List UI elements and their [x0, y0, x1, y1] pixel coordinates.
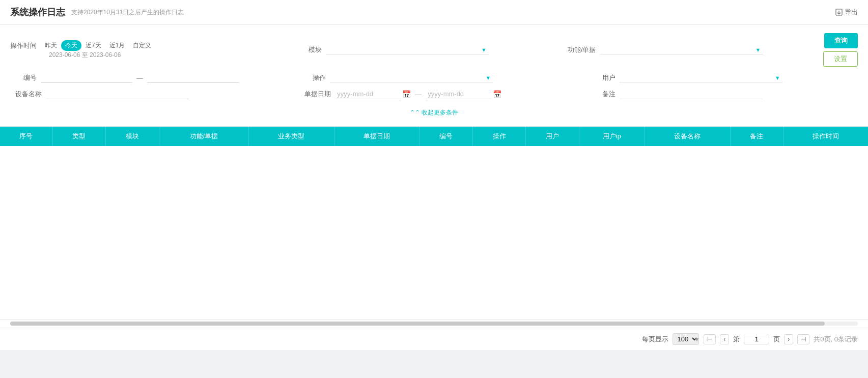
remark-label: 备注: [589, 90, 620, 99]
user-label: 用户: [589, 73, 620, 82]
col-doc-date: 单据日期: [334, 127, 419, 146]
time-filter-group: 昨天 今天 近7天 近1月 自定义: [41, 40, 155, 51]
col-index: 序号: [0, 127, 52, 146]
operation-label: 操作: [299, 73, 330, 82]
user-select[interactable]: ▼: [620, 74, 782, 82]
time-btn-today[interactable]: 今天: [61, 40, 81, 51]
operation-filter-segment: 操作 ▼: [299, 73, 568, 82]
col-func: 功能/单据: [159, 127, 248, 146]
doc-date-dash: —: [415, 91, 422, 98]
empty-area: [0, 146, 868, 319]
remark-filter-segment: 备注: [589, 89, 858, 99]
func-filter-segment: 功能/单据 ▼: [565, 45, 814, 54]
collapse-button[interactable]: ⌃⌃ 收起更多条件: [410, 108, 458, 117]
col-type: 类型: [52, 127, 105, 146]
operation-chevron-icon: ▼: [485, 75, 491, 81]
col-user: 用户: [526, 127, 579, 146]
export-label: 导出: [845, 8, 858, 17]
time-btn-7days[interactable]: 近7天: [81, 40, 105, 51]
col-module: 模块: [106, 127, 159, 146]
col-biz-type: 业务类型: [249, 127, 334, 146]
fake-scrollbar[interactable]: [10, 322, 858, 326]
code-dash: —: [136, 74, 143, 82]
user-filter-segment: 用户 ▼: [589, 73, 858, 82]
page-container: 系统操作日志 支持2020年10月31日之后产生的操作日志 导出 操作时间 昨天…: [0, 0, 868, 378]
page-subtitle: 支持2020年10月31日之后产生的操作日志: [71, 8, 184, 17]
page-input[interactable]: [744, 334, 769, 344]
device-label: 设备名称: [10, 90, 46, 99]
pagination-bar: 每页显示 100 50 200 ▼ ⊢ ‹ 第 页 › ⊣ 共0页, 0条记录: [0, 328, 868, 350]
code-label: 编号: [10, 73, 41, 82]
action-buttons: 查询 设置: [823, 33, 858, 67]
table-header-row: 序号 类型 模块 功能/单据 业务类型 单据日期 编号 操作 用户 用户ip 设…: [0, 127, 868, 146]
col-device: 设备名称: [645, 127, 730, 146]
export-icon: [835, 9, 843, 16]
last-page-button[interactable]: ⊣: [797, 334, 809, 344]
first-page-button[interactable]: ⊢: [704, 334, 716, 344]
collapse-bar: ⌃⌃ 收起更多条件: [10, 105, 858, 122]
filter-row-3: 设备名称 单据日期 📅 — 📅 备注: [10, 89, 858, 99]
page-unit: 页: [773, 335, 780, 344]
data-table: 序号 类型 模块 功能/单据 业务类型 单据日期 编号 操作 用户 用户ip 设…: [0, 127, 868, 146]
col-operation: 操作: [472, 127, 525, 146]
time-btn-yesterday[interactable]: 昨天: [41, 40, 61, 51]
col-code: 编号: [419, 127, 472, 146]
code-from-input[interactable]: [41, 73, 132, 83]
col-op-time: 操作时间: [783, 127, 868, 146]
calendar-to-icon[interactable]: 📅: [493, 90, 501, 98]
code-filter-segment: 编号 —: [10, 73, 279, 83]
func-select[interactable]: ▼: [600, 46, 763, 54]
page-size-select[interactable]: 100 50 200: [673, 333, 699, 345]
module-select[interactable]: ▼: [326, 46, 489, 54]
code-to-input[interactable]: [147, 73, 239, 83]
time-label: 操作时间: [10, 41, 41, 50]
settings-button[interactable]: 设置: [823, 51, 858, 67]
func-chevron-icon: ▼: [755, 47, 761, 53]
scroll-bar-area: [0, 319, 868, 328]
page-summary: 共0页, 0条记录: [814, 335, 858, 344]
doc-date-label: 单据日期: [299, 90, 335, 99]
header-left: 系统操作日志 支持2020年10月31日之后产生的操作日志: [10, 6, 184, 18]
page-size-label: 每页显示: [642, 335, 668, 344]
collapse-label: 收起更多条件: [422, 109, 458, 116]
query-button[interactable]: 查询: [824, 33, 858, 48]
time-btn-custom[interactable]: 自定义: [129, 40, 155, 51]
time-filter-segment: 操作时间 昨天 今天 近7天 近1月 自定义 2023-06-06 至 2023…: [10, 40, 275, 60]
table-header: 序号 类型 模块 功能/单据 业务类型 单据日期 编号 操作 用户 用户ip 设…: [0, 127, 868, 146]
module-filter-segment: 模块 ▼: [295, 45, 544, 54]
time-btn-1month[interactable]: 近1月: [105, 40, 129, 51]
user-chevron-icon: ▼: [775, 75, 780, 81]
device-filter-segment: 设备名称: [10, 89, 279, 99]
page-label: 第: [733, 335, 740, 344]
doc-date-to-input[interactable]: [426, 89, 492, 99]
main-content: 序号 类型 模块 功能/单据 业务类型 单据日期 编号 操作 用户 用户ip 设…: [0, 127, 868, 319]
filter-area: 操作时间 昨天 今天 近7天 近1月 自定义 2023-06-06 至 2023…: [0, 25, 868, 127]
filter-row-1: 操作时间 昨天 今天 近7天 近1月 自定义 2023-06-06 至 2023…: [10, 33, 858, 67]
page-header: 系统操作日志 支持2020年10月31日之后产生的操作日志 导出: [0, 0, 868, 25]
operation-select[interactable]: ▼: [330, 74, 493, 82]
time-date-range: 2023-06-06 至 2023-06-06: [49, 51, 121, 59]
module-label: 模块: [295, 45, 326, 54]
func-label: 功能/单据: [565, 45, 600, 54]
scrollbar-thumb[interactable]: [10, 322, 825, 326]
prev-page-button[interactable]: ‹: [720, 334, 729, 344]
filter-row-2: 编号 — 操作 ▼ 用户 ▼: [10, 73, 858, 83]
col-remark: 备注: [730, 127, 783, 146]
device-input[interactable]: [46, 89, 188, 99]
module-chevron-icon: ▼: [481, 47, 487, 53]
calendar-from-icon[interactable]: 📅: [402, 90, 411, 98]
next-page-button[interactable]: ›: [784, 334, 793, 344]
page-title: 系统操作日志: [10, 6, 65, 18]
doc-date-filter-segment: 单据日期 📅 — 📅: [299, 89, 568, 99]
doc-date-from-input[interactable]: [335, 89, 401, 99]
export-button[interactable]: 导出: [835, 8, 858, 17]
col-user-ip: 用户ip: [579, 127, 645, 146]
collapse-up-icon: ⌃⌃: [410, 109, 422, 116]
remark-input[interactable]: [620, 89, 762, 99]
